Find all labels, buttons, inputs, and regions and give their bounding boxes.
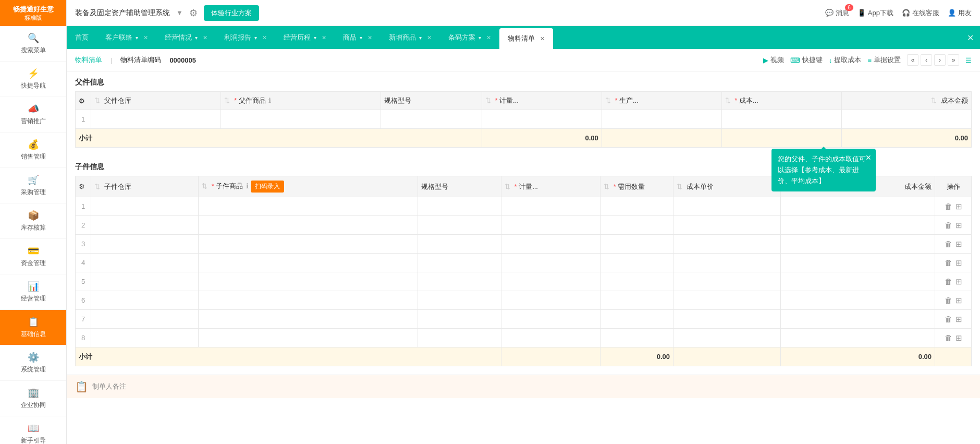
tab-profit[interactable]: 利润报告 ▾ ✕ bbox=[216, 26, 275, 49]
child-warehouse-cell[interactable] bbox=[91, 291, 199, 310]
sidebar-item-sales[interactable]: 💰 销售管理 bbox=[0, 133, 66, 168]
settings-icon[interactable]: ⚙ bbox=[189, 7, 198, 19]
child-warehouse-cell[interactable] bbox=[91, 329, 199, 347]
delete-icon[interactable]: 🗑 bbox=[945, 333, 952, 343]
message-button[interactable]: 💬 消息 6 bbox=[825, 8, 849, 18]
next-page-button[interactable]: › bbox=[934, 54, 946, 66]
sort-icon[interactable]: ⇅ bbox=[202, 182, 207, 190]
child-cost-amount-cell[interactable] bbox=[781, 216, 935, 235]
sort-icon[interactable]: ⇅ bbox=[505, 183, 510, 190]
parent-cost-amount-cell[interactable] bbox=[841, 110, 971, 129]
sidebar-item-marketing[interactable]: 📣 营销推广 bbox=[0, 97, 66, 133]
first-page-button[interactable]: « bbox=[907, 54, 918, 66]
tab-ops-history[interactable]: 经营历程 ▾ ✕ bbox=[275, 26, 335, 49]
child-goods-cell[interactable] bbox=[199, 235, 418, 254]
child-cost-amount-cell[interactable] bbox=[781, 329, 935, 347]
sidebar-item-search[interactable]: 🔍 搜索菜单 bbox=[0, 26, 66, 62]
close-icon[interactable]: ✕ bbox=[427, 34, 432, 41]
last-page-button[interactable]: » bbox=[948, 54, 959, 66]
child-unit-price-cell[interactable] bbox=[673, 216, 781, 235]
breadcrumb-bom[interactable]: 物料清单 bbox=[75, 55, 102, 65]
delete-icon[interactable]: 🗑 bbox=[945, 202, 952, 211]
child-cost-amount-cell[interactable] bbox=[781, 197, 935, 216]
delete-icon[interactable]: 🗑 bbox=[945, 221, 952, 230]
child-warehouse-cell[interactable] bbox=[91, 272, 199, 291]
shortcut-button[interactable]: ⌨ 快捷键 bbox=[790, 55, 823, 65]
trial-button[interactable]: 体验行业方案 bbox=[204, 5, 259, 21]
single-settings-button[interactable]: ≡ 单据设置 bbox=[867, 55, 901, 65]
child-warehouse-cell[interactable] bbox=[91, 310, 199, 329]
child-warehouse-cell[interactable] bbox=[91, 216, 199, 235]
child-unit-price-cell[interactable] bbox=[673, 235, 781, 254]
info-icon[interactable]: ℹ bbox=[268, 97, 271, 104]
user-button[interactable]: 👤 用友 bbox=[948, 8, 972, 18]
child-unit-cell[interactable] bbox=[501, 310, 600, 329]
sidebar-item-guide[interactable]: 📖 新手引导 bbox=[0, 416, 66, 444]
child-qty-cell[interactable] bbox=[601, 216, 673, 235]
copy-icon[interactable]: ⊞ bbox=[956, 202, 962, 211]
prev-page-button[interactable]: ‹ bbox=[921, 54, 932, 66]
child-qty-cell[interactable] bbox=[601, 291, 673, 310]
copy-icon[interactable]: ⊞ bbox=[956, 296, 962, 305]
parent-cost-cell[interactable] bbox=[721, 110, 841, 129]
info-icon[interactable]: ℹ bbox=[246, 182, 249, 190]
delete-icon[interactable]: 🗑 bbox=[945, 258, 952, 268]
child-qty-cell[interactable] bbox=[601, 329, 673, 347]
copy-icon[interactable]: ⊞ bbox=[956, 333, 962, 343]
child-spec-cell[interactable] bbox=[418, 235, 501, 254]
child-col-settings[interactable]: ⚙ bbox=[76, 176, 91, 197]
tab-barcode[interactable]: 条码方案 ▾ ✕ bbox=[440, 26, 499, 49]
sidebar-item-operations[interactable]: 📊 经营管理 bbox=[0, 274, 66, 310]
child-warehouse-cell[interactable] bbox=[91, 235, 199, 254]
child-qty-cell[interactable] bbox=[601, 272, 673, 291]
child-unit-price-cell[interactable] bbox=[673, 254, 781, 272]
sidebar-item-enterprise[interactable]: 🏢 企业协同 bbox=[0, 381, 66, 416]
tab-customer[interactable]: 客户联络 ▾ ✕ bbox=[97, 26, 156, 49]
child-cost-amount-cell[interactable] bbox=[781, 235, 935, 254]
copy-icon[interactable]: ⊞ bbox=[956, 239, 962, 249]
child-warehouse-cell[interactable] bbox=[91, 197, 199, 216]
close-icon[interactable]: ✕ bbox=[203, 34, 207, 41]
child-goods-cell[interactable] bbox=[199, 310, 418, 329]
parent-unit-cell[interactable] bbox=[482, 110, 602, 129]
child-goods-cell[interactable] bbox=[199, 291, 418, 310]
child-unit-price-cell[interactable] bbox=[673, 329, 781, 347]
sort-icon[interactable]: ⇅ bbox=[725, 97, 731, 104]
sidebar-item-system[interactable]: ⚙️ 系统管理 bbox=[0, 345, 66, 381]
parent-col-settings[interactable]: ⚙ bbox=[76, 92, 91, 110]
close-icon[interactable]: ✕ bbox=[143, 34, 148, 41]
sort-icon[interactable]: ⇅ bbox=[604, 183, 609, 190]
copy-icon[interactable]: ⊞ bbox=[956, 258, 962, 268]
sidebar-item-purchase[interactable]: 🛒 采购管理 bbox=[0, 168, 66, 203]
sidebar-item-basic-info[interactable]: 📋 基础信息 bbox=[0, 310, 66, 345]
close-all-tabs-button[interactable]: ✕ bbox=[961, 33, 980, 43]
sort-icon[interactable]: ⇅ bbox=[94, 183, 100, 190]
child-spec-cell[interactable] bbox=[418, 329, 501, 347]
child-spec-cell[interactable] bbox=[418, 310, 501, 329]
sidebar-item-inventory[interactable]: 📦 库存核算 bbox=[0, 203, 66, 239]
child-goods-cell[interactable] bbox=[199, 197, 418, 216]
close-icon[interactable]: ✕ bbox=[486, 34, 491, 41]
child-spec-cell[interactable] bbox=[418, 197, 501, 216]
sort-icon[interactable]: ⇅ bbox=[485, 97, 491, 104]
parent-spec-cell[interactable] bbox=[381, 110, 482, 129]
child-cost-amount-cell[interactable] bbox=[781, 291, 935, 310]
parent-production-cell[interactable] bbox=[602, 110, 721, 129]
tab-operations-status[interactable]: 经营情况 ▾ ✕ bbox=[156, 26, 216, 49]
delete-icon[interactable]: 🗑 bbox=[945, 277, 952, 286]
child-unit-price-cell[interactable] bbox=[673, 197, 781, 216]
sort-icon[interactable]: ⇅ bbox=[677, 183, 682, 190]
child-unit-price-cell[interactable] bbox=[673, 272, 781, 291]
app-download-button[interactable]: 📱 App下载 bbox=[858, 8, 893, 18]
child-qty-cell[interactable] bbox=[601, 197, 673, 216]
copy-icon[interactable]: ⊞ bbox=[956, 315, 962, 324]
online-service-button[interactable]: 🎧 在线客服 bbox=[902, 8, 939, 18]
child-qty-cell[interactable] bbox=[601, 310, 673, 329]
tab-bom[interactable]: 物料清单 ✕ bbox=[499, 28, 553, 49]
delete-icon[interactable]: 🗑 bbox=[945, 315, 952, 324]
child-spec-cell[interactable] bbox=[418, 291, 501, 310]
child-unit-cell[interactable] bbox=[501, 216, 600, 235]
close-icon[interactable]: ✕ bbox=[540, 35, 545, 42]
close-icon[interactable]: ✕ bbox=[262, 34, 267, 41]
child-unit-cell[interactable] bbox=[501, 197, 600, 216]
